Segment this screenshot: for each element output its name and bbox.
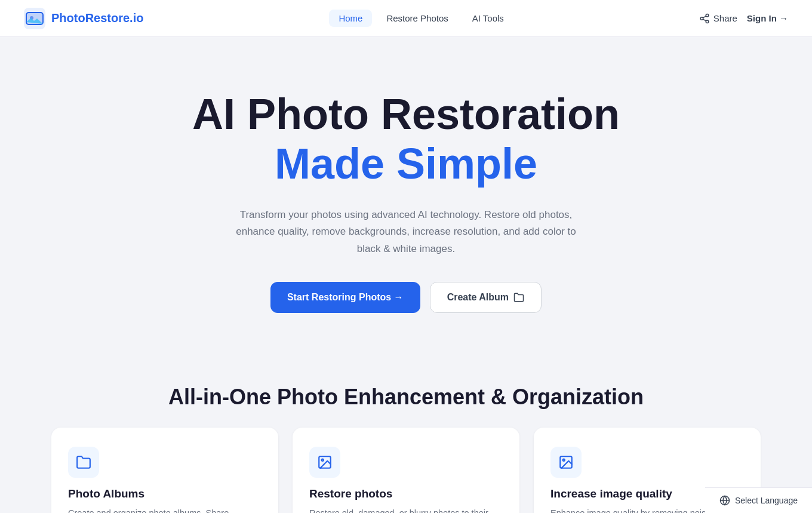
language-label: Select Language <box>735 496 798 505</box>
card-title-albums: Photo Albums <box>68 487 262 500</box>
brand-logo[interactable]: PhotoRestore.io <box>24 8 143 29</box>
share-label: Share <box>713 13 737 23</box>
svg-line-7 <box>703 19 706 21</box>
feature-card-albums: Photo Albums Create and organize photo a… <box>51 428 278 513</box>
share-icon <box>699 13 710 24</box>
card-icon-image <box>309 447 340 478</box>
navbar: PhotoRestore.io Home Restore Photos AI T… <box>0 0 812 37</box>
svg-point-10 <box>322 459 324 461</box>
language-selector[interactable]: Select Language <box>705 487 812 513</box>
nav-home[interactable]: Home <box>329 10 372 27</box>
svg-point-12 <box>563 459 565 461</box>
start-restoring-button[interactable]: Start Restoring Photos → <box>270 282 420 313</box>
feature-cards: Photo Albums Create and organize photo a… <box>0 428 812 513</box>
nav-ai-tools[interactable]: AI Tools <box>463 10 513 27</box>
card-title-restore: Restore photos <box>309 487 503 500</box>
sparkles-icon <box>558 454 574 470</box>
hero-title-line2: Made Simple <box>24 138 788 189</box>
features-title: All-in-One Photo Enhancement & Organizat… <box>0 349 812 428</box>
card-icon-folder <box>68 447 99 478</box>
image-icon <box>317 454 333 470</box>
nav-actions: Share Sign In → <box>699 13 788 24</box>
folder-icon <box>76 454 91 470</box>
hero-subtitle: Transform your photos using advanced AI … <box>227 207 585 259</box>
feature-card-restore: Restore photos Restore old, damaged, or … <box>293 428 519 513</box>
nav-links: Home Restore Photos AI Tools <box>329 10 513 27</box>
signin-button[interactable]: Sign In → <box>747 13 788 23</box>
card-desc-restore: Restore old, damaged, or blurry photos t… <box>309 506 503 513</box>
globe-icon <box>719 495 730 506</box>
share-button[interactable]: Share <box>699 13 737 24</box>
hero-section: AI Photo Restoration Made Simple Transfo… <box>0 37 812 349</box>
features-section: All-in-One Photo Enhancement & Organizat… <box>0 349 812 513</box>
create-album-button[interactable]: Create Album <box>430 282 542 313</box>
card-icon-sparkles <box>550 447 582 478</box>
brand-name: PhotoRestore.io <box>51 11 143 25</box>
hero-title: AI Photo Restoration Made Simple <box>24 91 788 190</box>
nav-restore-photos[interactable]: Restore Photos <box>377 10 457 27</box>
hero-title-line1: AI Photo Restoration <box>24 91 788 138</box>
card-desc-albums: Create and organize photo albums. Share … <box>68 506 262 513</box>
hero-cta-group: Start Restoring Photos → Create Album <box>24 282 788 313</box>
album-icon <box>513 292 524 303</box>
svg-line-8 <box>703 16 706 17</box>
